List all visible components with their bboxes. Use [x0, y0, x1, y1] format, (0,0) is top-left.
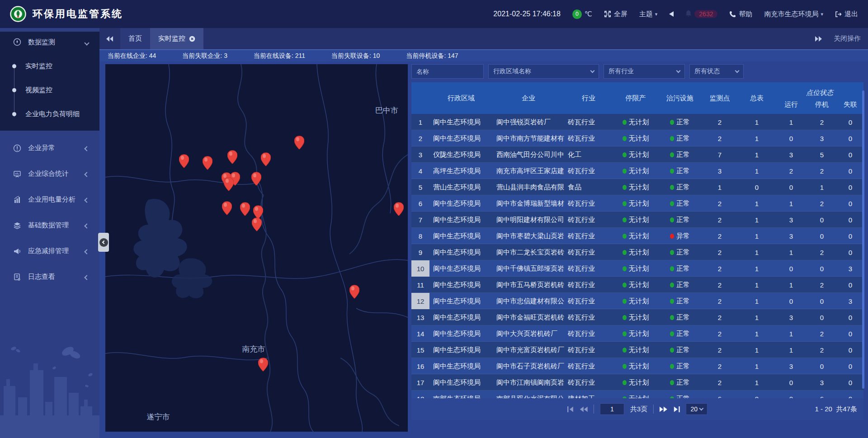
- cell-industry: 砖瓦行业: [564, 134, 613, 143]
- table-row[interactable]: 15阆中生态环境局阆中市光富页岩机砖厂砖瓦行业无计划正常21120: [411, 342, 863, 358]
- sidebar-item-enterprise-stats[interactable]: 企业综合统计: [0, 161, 99, 187]
- temperature-indicator: 0 ℃: [572, 9, 592, 19]
- map-pin[interactable]: [261, 153, 271, 166]
- table-row[interactable]: 14阆中生态环境局阆中大兴页岩机砖厂砖瓦行业无计划正常21120: [411, 325, 863, 342]
- column-header-meter: 总表: [738, 94, 776, 103]
- sidebar-item-enterprise-abnormal[interactable]: 企业异常: [0, 135, 99, 161]
- tabs-scroll-right-button[interactable]: [815, 36, 822, 42]
- org-dropdown[interactable]: 南充市生态环境局▾: [764, 10, 823, 19]
- table-row[interactable]: 5营山生态环境局营山县润丰肉食品有限食品无计划正常10010: [411, 179, 863, 195]
- tab-realtime-monitor[interactable]: 实时监控: [150, 28, 203, 49]
- table-row[interactable]: 6阆中生态环境局阆中市金博瑞新型墙材砖瓦行业无计划正常21120: [411, 195, 863, 212]
- table-body: 1阆中生态环境局阆中强锐页岩砖厂砖瓦行业无计划正常211202阆中生态环境局阆中…: [411, 114, 863, 398]
- map-pin[interactable]: [179, 155, 189, 168]
- table-row[interactable]: 10阆中生态环境局阆中千佛镇五郎垭页岩砖瓦行业无计划正常21003: [411, 260, 863, 277]
- prev-page-icon[interactable]: [580, 406, 588, 412]
- logout-button[interactable]: 退出: [835, 10, 858, 19]
- sidebar-item-power-analysis[interactable]: 企业用电量分析: [0, 187, 99, 212]
- sidebar-item-label: 日志查看: [28, 273, 55, 281]
- tab-home[interactable]: 首页: [120, 28, 150, 49]
- volume-button[interactable]: [669, 11, 674, 17]
- cell-company: 阆中市光富页岩机砖厂: [493, 346, 564, 354]
- row-number: 3: [411, 146, 429, 163]
- table-row[interactable]: 1阆中生态环境局阆中强锐页岩砖厂砖瓦行业无计划正常21120: [411, 114, 863, 130]
- table-row[interactable]: 17阆中生态环境局阆中市江南镇阆南页岩砖瓦行业无计划正常21030: [411, 374, 863, 391]
- map-pin[interactable]: [394, 202, 404, 216]
- status-dot-icon: [670, 348, 674, 353]
- name-filter-input[interactable]: [416, 68, 479, 75]
- table-row[interactable]: 13阆中生态环境局阆中市金福旺页岩机砖砖瓦行业无计划正常21300: [411, 309, 863, 325]
- cell-company: 营山县润丰肉食品有限: [493, 183, 564, 192]
- map-pin[interactable]: [253, 206, 263, 219]
- region-filter-select[interactable]: 行政区域名称: [488, 64, 599, 79]
- map-pin[interactable]: [224, 177, 234, 191]
- industry-filter-select[interactable]: 所有行业: [604, 64, 685, 79]
- map-view[interactable]: 巴中市 南充市 遂宁市: [105, 64, 408, 432]
- cell-facility: 正常: [658, 167, 702, 175]
- table-scrollbar[interactable]: [862, 90, 864, 389]
- page-number-input[interactable]: [600, 403, 624, 415]
- table-row[interactable]: 12阆中生态环境局阆中市忠信建材有限公砖瓦行业无计划正常21003: [411, 293, 863, 309]
- cell-running: 1: [776, 281, 807, 289]
- cell-limit: 无计划: [613, 248, 658, 257]
- status-dot-icon: [670, 201, 674, 206]
- cell-lost: 0: [837, 363, 863, 370]
- sidebar-item-data-monitoring[interactable]: 数据监测: [0, 32, 99, 52]
- map-pin[interactable]: [252, 218, 262, 231]
- status-filter-select[interactable]: 所有状态: [689, 64, 744, 79]
- close-icon[interactable]: [189, 36, 195, 42]
- map-pin[interactable]: [251, 172, 261, 186]
- content-area: 巴中市 南充市 遂宁市 行政区域名称 所有: [99, 61, 868, 438]
- table-row[interactable]: 2阆中生态环境局阆中市南方节能建材有砖瓦行业无计划正常21030: [411, 130, 863, 146]
- theme-dropdown[interactable]: 主题▾: [639, 10, 658, 19]
- notification-button[interactable]: 2632: [685, 10, 717, 18]
- chevron-down-icon: [676, 69, 681, 73]
- cell-region: 高坪生态环境局: [429, 167, 493, 175]
- map-pin[interactable]: [203, 156, 212, 170]
- table-row[interactable]: 16阆中生态环境局阆中市石子页岩机砖厂砖瓦行业无计划正常21300: [411, 358, 863, 374]
- last-page-icon[interactable]: [674, 406, 680, 412]
- chevron-down-icon: [735, 69, 740, 73]
- map-pin[interactable]: [240, 202, 250, 216]
- sidebar-item-video-monitor[interactable]: 视频监控: [0, 78, 99, 102]
- sidebar-collapse-button[interactable]: [98, 233, 109, 252]
- fullscreen-button[interactable]: 全屏: [604, 10, 627, 19]
- table-row[interactable]: 11阆中生态环境局阆中市五马桥页岩机砖砖瓦行业无计划正常21120: [411, 277, 863, 293]
- map-pin[interactable]: [294, 136, 304, 149]
- cell-lost: 0: [837, 346, 863, 354]
- sidebar-item-emergency-reduction[interactable]: 应急减排管理: [0, 238, 99, 264]
- table-row[interactable]: 3仪陇生态环境局西南油气田分公司川中化工无计划正常71350: [411, 146, 863, 163]
- status-dot-icon: [623, 234, 627, 239]
- sidebar-item-power-load-detail[interactable]: 企业电力负荷明细: [0, 102, 99, 126]
- map-pin[interactable]: [222, 202, 232, 215]
- sidebar-item-base-data[interactable]: 基础数据管理: [0, 212, 99, 238]
- cell-industry: 砖瓦行业: [564, 362, 613, 371]
- map-pin[interactable]: [349, 285, 359, 298]
- sidebar-item-log-view[interactable]: 日志查看: [0, 264, 99, 290]
- page-size-select[interactable]: 20: [686, 403, 708, 415]
- table-row[interactable]: 8阆中生态环境局阆中市枣碧大梁山页岩砖瓦行业无计划异常21300: [411, 228, 863, 244]
- cell-facility: 正常: [658, 281, 702, 289]
- cell-running: 1: [776, 249, 807, 256]
- next-page-icon[interactable]: [660, 406, 668, 412]
- close-operations-button[interactable]: 关闭操作: [834, 34, 861, 43]
- table-row[interactable]: 18南部生态环境局南部县双化水泥有限公建材加工无计划正常60060: [411, 391, 863, 398]
- sidebar-item-realtime-monitor[interactable]: 实时监控: [0, 54, 99, 78]
- log-file-icon: [13, 273, 22, 281]
- cell-limit: 无计划: [613, 281, 658, 289]
- map-pin[interactable]: [258, 358, 268, 371]
- map-pin[interactable]: [227, 151, 237, 164]
- name-filter-field[interactable]: [411, 64, 484, 79]
- first-page-icon[interactable]: [567, 406, 574, 412]
- table-row[interactable]: 7阆中生态环境局阆中明阳建材有限公司砖瓦行业无计划正常21300: [411, 212, 863, 228]
- table-row[interactable]: 9阆中生态环境局阆中市二龙长宝页岩砖砖瓦行业无计划正常21120: [411, 244, 863, 260]
- chevron-down-icon: ▾: [655, 11, 658, 17]
- cell-limit: 无计划: [613, 216, 658, 224]
- help-button[interactable]: 帮助: [729, 10, 752, 19]
- table-row[interactable]: 4高坪生态环境局南充市高坪区王家店建砖瓦行业无计划正常31220: [411, 163, 863, 179]
- cell-facility: 正常: [658, 134, 702, 143]
- cell-meter: 1: [738, 265, 776, 273]
- app-header: 环保用电监管系统 2021-02-25 17:46:18 0 ℃ 全屏 主题▾: [0, 0, 868, 28]
- sidebar-item-label: 企业异常: [28, 144, 55, 152]
- tabs-scroll-left-button[interactable]: [99, 28, 120, 49]
